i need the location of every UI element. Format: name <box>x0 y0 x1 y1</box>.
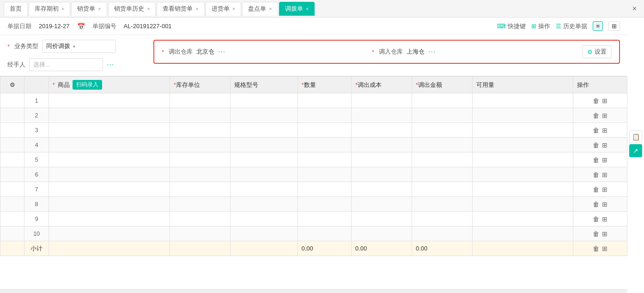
row-product[interactable] <box>49 123 170 138</box>
row-unit[interactable] <box>170 138 230 153</box>
row-product[interactable] <box>49 93 170 108</box>
row-product[interactable] <box>49 212 170 226</box>
shortcuts-button[interactable]: ⌨ 快捷键 <box>497 22 526 31</box>
row-product[interactable] <box>49 226 170 241</box>
window-close-button[interactable]: × <box>629 5 640 13</box>
delete-icon[interactable]: 🗑 <box>593 97 599 104</box>
th-amount: *调出金额 <box>412 77 473 93</box>
copy-icon[interactable]: ⊞ <box>602 186 608 193</box>
delete-icon[interactable]: 🗑 <box>593 171 599 178</box>
row-spec[interactable] <box>230 167 298 182</box>
row-unit[interactable] <box>170 212 230 226</box>
calendar-icon[interactable]: 📅 <box>77 23 85 30</box>
delete-icon[interactable]: 🗑 <box>593 156 599 164</box>
warehouse-out-more-icon[interactable]: ··· <box>218 48 225 56</box>
close-icon[interactable]: × <box>147 6 150 12</box>
layout-btn-1[interactable]: ≡ <box>593 21 603 31</box>
table-row: 9 🗑 ⊞ <box>0 212 627 226</box>
side-export-button[interactable]: ↗ <box>629 144 642 157</box>
copy-icon[interactable]: ⊞ <box>602 245 608 252</box>
row-product[interactable] <box>49 182 170 197</box>
row-product[interactable] <box>49 153 170 167</box>
tab-transfer[interactable]: 调拨单 × <box>279 2 315 16</box>
copy-icon[interactable]: ⊞ <box>602 230 608 238</box>
side-notes-button[interactable]: 📋 <box>629 130 642 143</box>
row-number: 4 <box>24 138 49 153</box>
row-cost <box>351 93 412 108</box>
copy-icon[interactable]: ⊞ <box>602 215 608 223</box>
row-spec[interactable] <box>230 182 298 197</box>
row-unit[interactable] <box>170 123 230 138</box>
scan-button[interactable]: 扫码录入 <box>73 80 102 90</box>
row-unit[interactable] <box>170 182 230 197</box>
history-button[interactable]: ☰ 历史单据 <box>556 22 587 31</box>
horizontal-scrollbar[interactable] <box>0 289 627 293</box>
warehouse-in-more-icon[interactable]: ··· <box>428 48 436 56</box>
tab-sales-history[interactable]: 销货单历史 × <box>108 2 156 16</box>
tab-inventory-init[interactable]: 库存期初 × <box>29 2 70 16</box>
tab-inventory-check[interactable]: 盘点单 × <box>242 2 278 16</box>
copy-icon[interactable]: ⊞ <box>602 97 608 104</box>
delete-icon[interactable]: 🗑 <box>593 201 599 208</box>
handler-more-icon[interactable]: ··· <box>107 61 114 69</box>
row-unit[interactable] <box>170 226 230 241</box>
close-icon[interactable]: × <box>98 6 101 12</box>
delete-icon[interactable]: 🗑 <box>593 112 599 119</box>
copy-icon[interactable]: ⊞ <box>602 156 608 164</box>
row-spec[interactable] <box>230 212 298 226</box>
close-icon[interactable]: × <box>61 6 64 12</box>
copy-icon[interactable]: ⊞ <box>602 171 608 178</box>
row-spec[interactable] <box>230 108 298 123</box>
delete-icon[interactable]: 🗑 <box>593 245 599 252</box>
tab-view-sales[interactable]: 查看销货单 × <box>157 2 204 16</box>
row-amount <box>412 226 473 241</box>
close-icon[interactable]: × <box>269 6 272 12</box>
tab-purchase[interactable]: 进货单 × <box>206 2 241 16</box>
row-product[interactable] <box>49 197 170 212</box>
tab-home[interactable]: 首页 <box>4 2 28 16</box>
copy-icon[interactable]: ⊞ <box>602 112 608 119</box>
handler-select[interactable]: 选择... <box>29 58 103 71</box>
close-icon[interactable]: × <box>232 6 235 12</box>
row-spec[interactable] <box>230 123 298 138</box>
delete-icon[interactable]: 🗑 <box>593 230 599 238</box>
copy-icon[interactable]: ⊞ <box>602 201 608 208</box>
close-icon[interactable]: × <box>306 6 309 12</box>
delete-icon[interactable]: 🗑 <box>593 127 599 134</box>
row-spec[interactable] <box>230 93 298 108</box>
delete-icon[interactable]: 🗑 <box>593 186 599 193</box>
delete-icon[interactable]: 🗑 <box>593 215 599 223</box>
settings-button[interactable]: ⚙ 设置 <box>582 45 612 58</box>
row-product <box>49 241 170 256</box>
row-actions: 🗑 ⊞ <box>573 197 627 212</box>
row-product[interactable] <box>49 108 170 123</box>
th-qty: *数量 <box>298 77 351 93</box>
row-unit[interactable] <box>170 153 230 167</box>
table-row: 4 🗑 ⊞ <box>0 138 627 153</box>
row-unit[interactable] <box>170 108 230 123</box>
row-spec[interactable] <box>230 138 298 153</box>
delete-icon[interactable]: 🗑 <box>593 141 599 149</box>
row-unit[interactable] <box>170 93 230 108</box>
row-cost <box>351 212 412 226</box>
tab-sales-order[interactable]: 销货单 × <box>71 2 107 16</box>
row-unit[interactable] <box>170 167 230 182</box>
row-gear-cell <box>0 93 24 108</box>
row-spec[interactable] <box>230 153 298 167</box>
row-cost <box>351 108 412 123</box>
row-product[interactable] <box>49 167 170 182</box>
row-product[interactable] <box>49 138 170 153</box>
close-icon[interactable]: × <box>195 6 198 12</box>
row-amount <box>412 123 473 138</box>
row-unit[interactable] <box>170 197 230 212</box>
copy-icon[interactable]: ⊞ <box>602 141 608 149</box>
row-number: 2 <box>24 108 49 123</box>
row-spec[interactable] <box>230 226 298 241</box>
operations-button[interactable]: ⊞ 操作 <box>531 22 550 31</box>
layout-btn-2[interactable]: ⊞ <box>608 21 620 31</box>
row-spec[interactable] <box>230 197 298 212</box>
copy-icon[interactable]: ⊞ <box>602 127 608 134</box>
row-number: 1 <box>24 93 49 108</box>
business-type-select[interactable]: 同价调拨 ▾ <box>42 40 116 53</box>
th-gear[interactable]: ⚙ <box>0 77 24 93</box>
